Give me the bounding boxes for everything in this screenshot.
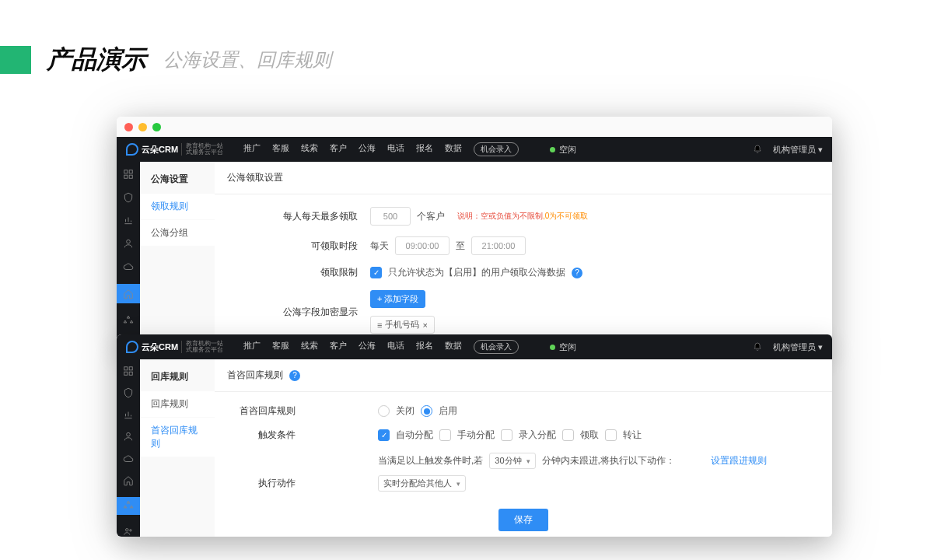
nav-service[interactable]: 客服 [272,142,289,156]
nav-service[interactable]: 客服 [272,340,289,354]
brand-logo[interactable]: 云朵CRM 教育机构一站式服务云平台 [126,341,228,353]
sidebar-user-icon[interactable] [122,431,135,442]
status-text: 空闲 [559,341,576,353]
restrict-text: 只允许状态为【启用】的用户领取公海数据 [388,266,565,279]
side-item-group[interactable]: 公海分组 [140,220,215,246]
checkbox-auto-assign[interactable] [378,429,390,441]
nav-phone[interactable]: 电话 [387,142,404,156]
sidebar-home-icon[interactable] [117,284,140,304]
user-role-label: 机构管理员 [773,341,816,353]
checkbox-manual-assign[interactable] [439,429,451,441]
sidebar-shield-icon[interactable] [122,387,135,398]
brand-text: 云朵CRM [142,144,178,156]
tag-close-icon[interactable]: × [422,320,427,330]
checkbox-restrict[interactable] [370,267,382,278]
nav-gonghai[interactable]: 公海 [359,340,376,354]
window-return-rule: 云朵CRM 教育机构一站式服务云平台 推广 客服 线索 客户 公海 电话 报名 … [117,334,832,537]
nav-promote[interactable]: 推广 [243,142,261,156]
status-indicator[interactable]: 空闲 [550,144,576,156]
svg-point-4 [127,240,131,244]
sidebar-recycle-icon[interactable] [122,314,135,327]
content-area: 公海领取设置 每人每天最多领取 500 个客户 说明：空或负值为不限制,0为不可… [215,162,832,350]
save-button[interactable]: 保存 [498,509,548,531]
list-icon: ≡ [377,320,382,330]
window-gonghai-settings: 云朵CRM 教育机构一站式服务云平台 推广 客服 线索 客户 公海 电话 报名 … [117,117,832,350]
content-area: 首咨回库规则 ? 首咨回库规则 关闭 启用 触发条件 [215,359,832,537]
label-trigger: 触发条件 [230,429,308,442]
input-daily-limit[interactable]: 500 [370,207,411,226]
label-restrict: 领取限制 [230,266,370,279]
label-rule-toggle: 首咨回库规则 [230,404,308,418]
sidebar-cloud-icon[interactable] [122,261,135,273]
brand-sub: 教育机构一站式服务云平台 [181,341,228,353]
close-icon[interactable] [124,123,133,131]
sidebar-user-icon[interactable] [122,237,135,250]
side-menu: 回库规则 回库规则 首咨回库规则 [140,359,215,537]
nav-customers[interactable]: 客户 [330,340,347,354]
status-indicator[interactable]: 空闲 [550,341,576,353]
sidebar-shield-icon[interactable] [122,191,135,204]
sidebar-dashboard-icon[interactable] [122,366,135,376]
opt-transfer: 转让 [623,429,642,442]
encrypted-field-tag[interactable]: ≡ 手机号码 × [370,316,435,334]
link-set-follow-rule[interactable]: 设置跟进规则 [711,454,767,467]
nav-customers[interactable]: 客户 [330,142,347,156]
notification-bell-icon[interactable] [753,342,762,352]
sidebar-recycle-icon[interactable] [117,497,140,515]
checkbox-claim[interactable] [562,429,574,441]
side-item-return-rule[interactable]: 回库规则 [140,391,215,417]
sidebar-chart-icon[interactable] [122,215,135,227]
row-condition-line: 当满足以上触发条件时,若 30分钟 分钟内未跟进,将执行以下动作： 设置跟进规则 [230,453,817,469]
logo-mark-icon [126,341,138,353]
radio-off[interactable] [378,405,390,417]
select-minutes[interactable]: 30分钟 [489,453,535,469]
maximize-icon[interactable] [152,123,161,131]
nav-opportunity-entry[interactable]: 机会录入 [474,340,519,354]
nav-leads[interactable]: 线索 [301,142,318,156]
help-icon[interactable]: ? [572,268,582,278]
svg-rect-1 [129,170,132,173]
sidebar-dashboard-icon[interactable] [122,168,135,180]
add-field-button[interactable]: + 添加字段 [370,290,425,308]
input-time-to[interactable]: 21:00:00 [471,236,526,255]
input-time-from[interactable]: 09:00:00 [395,236,450,255]
side-item-first-consult-rule[interactable]: 首咨回库规则 [140,418,215,457]
row-time-range: 可领取时段 每天 09:00:00 至 21:00:00 [230,236,817,255]
accent-block [0,46,31,74]
nav-promote[interactable]: 推广 [243,340,261,354]
nav-gonghai[interactable]: 公海 [359,142,376,156]
select-action[interactable]: 实时分配给其他人 [378,475,466,492]
nav-data[interactable]: 数据 [445,142,462,156]
nav-phone[interactable]: 电话 [387,340,404,354]
nav-leads[interactable]: 线索 [301,340,318,354]
sidebar-chart-icon[interactable] [122,409,135,420]
radio-on-label: 启用 [439,404,457,418]
tag-text: 手机号码 [385,319,419,331]
suffix-daily-limit: 个客户 [417,210,445,223]
svg-rect-7 [124,367,128,370]
minimize-icon[interactable] [138,123,147,131]
help-icon[interactable]: ? [289,370,300,381]
brand-sub: 教育机构一站式服务云平台 [181,143,228,156]
user-role-dropdown[interactable]: 机构管理员 ▾ [773,144,823,156]
brand-logo[interactable]: 云朵CRM 教育机构一站式服务云平台 [126,143,228,156]
nav-signup[interactable]: 报名 [416,142,433,156]
nav-opportunity-entry[interactable]: 机会录入 [474,142,519,156]
radio-on[interactable] [421,405,432,417]
sidebar-cloud-icon[interactable] [122,453,135,464]
notification-bell-icon[interactable] [753,145,762,154]
side-item-claim-rule[interactable]: 领取规则 [140,194,215,219]
nav-signup[interactable]: 报名 [416,340,433,354]
top-nav: 推广 客服 线索 客户 公海 电话 报名 数据 机会录入 [243,340,519,354]
side-menu-title: 回库规则 [140,367,215,391]
sidebar-users-icon[interactable] [122,526,135,537]
checkbox-entry-assign[interactable] [501,429,512,441]
row-daily-limit: 每人每天最多领取 500 个客户 说明：空或负值为不限制,0为不可领取 [230,207,817,226]
checkbox-transfer[interactable] [605,429,617,441]
status-dot-icon [550,147,555,152]
time-to-label: 至 [456,240,465,253]
opt-claim: 领取 [580,429,599,442]
sidebar-home-icon[interactable] [122,475,135,486]
nav-data[interactable]: 数据 [445,340,462,354]
user-role-dropdown[interactable]: 机构管理员 ▾ [773,341,823,353]
